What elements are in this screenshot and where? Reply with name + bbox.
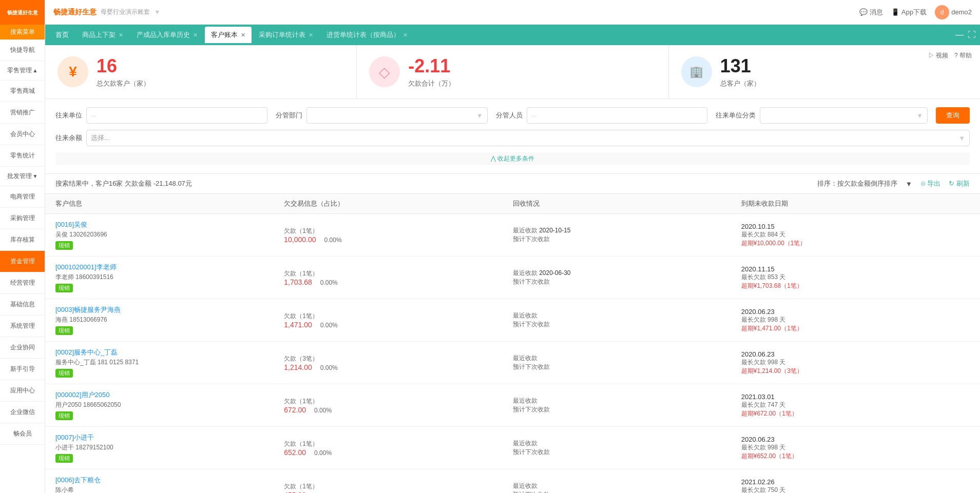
chevron-down-icon: ▼ [906, 180, 912, 188]
customer-name-6[interactable]: [0006]去下粮仓 [55, 476, 101, 484]
manager-label: 分管人员 [496, 111, 523, 120]
stat-value-debt-customers: 16 [97, 55, 344, 77]
sidebar-item-inventory[interactable]: 库存核算 [0, 229, 45, 251]
sidebar-item-finance[interactable]: 资金管理 [0, 251, 45, 272]
balance-select[interactable]: 选择... ▼ [86, 130, 970, 146]
sidebar-item-member[interactable]: 畅会员 [0, 423, 45, 445]
tab-customer-account[interactable]: 客户账本 ✕ [205, 27, 252, 43]
sidebar-item-marketing[interactable]: 营销推广 [0, 102, 45, 124]
tab-close-icon[interactable]: ✕ [241, 32, 245, 38]
customer-info-6: [0006]去下粮仓 陈小希 现销 [55, 476, 284, 493]
help-button[interactable]: ? 帮助 [954, 51, 972, 60]
tab-close-icon[interactable]: ✕ [309, 32, 313, 38]
sort-select[interactable]: 排序：按欠款金额倒序排序 [817, 179, 897, 188]
manager-input[interactable]: ··· [527, 107, 708, 124]
table-row: [000002]用户2050 用户2050 18665062050 现销 欠款（… [45, 384, 980, 427]
sidebar-item-app-center[interactable]: 应用中心 [0, 380, 45, 402]
overdue-link-5[interactable]: 超期¥652.00（1笔） [741, 452, 970, 461]
video-help-button[interactable]: ▷ 视频 [928, 51, 948, 60]
customer-name-2[interactable]: [0003]畅捷服务尹海燕 [55, 306, 121, 313]
unit-category-select[interactable]: ▼ [760, 107, 928, 124]
dept-select[interactable]: ▼ [306, 107, 488, 124]
refresh-button[interactable]: ↻ 刷新 [949, 179, 970, 188]
stat-label-total-customers: 总客户（家） [720, 79, 968, 88]
results-text: 搜索结果中，客户16家 欠款金额 -21,148.07元 [55, 179, 192, 188]
overdue-link-0[interactable]: 超期¥10,000.00（1笔） [741, 239, 970, 248]
customer-phone-6: 陈小希 [55, 486, 284, 493]
stat-card-debt-amount: ◇ -2.11 欠款合计（万） [357, 45, 668, 98]
results-actions: 排序：按欠款金额倒序排序 ▼ ⊙ 导出 ↻ 刷新 [817, 179, 970, 188]
export-button[interactable]: ⊙ 导出 [920, 179, 941, 188]
tab-close-icon[interactable]: ✕ [119, 32, 123, 38]
customer-tag-3: 现销 [55, 369, 73, 378]
sidebar-item-quick-nav[interactable]: 快捷导航 [0, 40, 45, 61]
customer-name-0[interactable]: [0016]吴俊 [55, 221, 87, 228]
user-avatar[interactable]: d demo2 [935, 5, 972, 19]
maximize-icon[interactable]: ⛶ [968, 30, 976, 40]
sidebar-item-search-menu[interactable]: 搜索菜单 [0, 25, 45, 40]
debt-amount-5: 652.00 [284, 448, 306, 457]
building-icon: 🏢 [681, 56, 712, 87]
due-date-0: 2020.10.15 最长欠款 884 天 超期¥10,000.00（1笔） [741, 223, 970, 248]
brand-name: 畅捷通好生意 [53, 8, 97, 17]
app-download-button[interactable]: 📱 App下载 [891, 8, 927, 17]
sidebar-item-ecommerce[interactable]: 电商管理 [0, 186, 45, 208]
due-date-6: 2021.02.26 最长欠款 750 天 超期¥455.90（1笔） [741, 478, 970, 494]
message-button[interactable]: 💬 消息 [859, 8, 883, 17]
col-debt-info: 欠交易信息（占比） [284, 199, 512, 208]
sidebar: 畅捷通好生意 搜索菜单 快捷导航 零售管理 ▲ 零售商城 营销推广 会员中心 零… [0, 0, 45, 493]
customer-name-1[interactable]: [0001020001]李老师 [55, 263, 117, 271]
collapse-filters-button[interactable]: ⋀ 收起更多条件 [55, 152, 970, 165]
col-due-date: 到期未收款日期 [741, 199, 970, 208]
dept-label: 分管部门 [276, 111, 302, 120]
content-area: ¥ 16 总欠款客户（家） ◇ -2.11 欠款合计（万） [45, 45, 980, 493]
sidebar-item-operations[interactable]: 经营管理 [0, 272, 45, 294]
stat-card-total-customers: 🏢 131 总客户（家） ▷ 视频 ? 帮助 [669, 45, 980, 98]
debt-amount-1: 1,703.68 [284, 278, 312, 286]
source-unit-input[interactable]: ··· [86, 107, 267, 124]
col-collection: 回收情况 [513, 199, 741, 208]
overdue-link-3[interactable]: 超期¥1,214.00（3笔） [741, 367, 970, 376]
customer-tag-4: 现销 [55, 411, 73, 420]
overdue-link-1[interactable]: 超期¥1,703.68（1笔） [741, 282, 970, 290]
minimize-icon[interactable]: — [955, 30, 964, 40]
dots-icon: ··· [531, 112, 537, 120]
customer-info-4: [000002]用户2050 用户2050 18665062050 现销 [55, 390, 284, 420]
sidebar-item-wecom[interactable]: 企业微信 [0, 402, 45, 423]
balance-label: 往来余额 [55, 133, 82, 143]
tab-purchase-stats[interactable]: 进货单统计表（按商品） ✕ [320, 27, 414, 43]
tab-products-offline[interactable]: 商品上下架 ✕ [76, 27, 129, 43]
due-date-3: 2020.06.23 最长欠款 998 天 超期¥1,214.00（3笔） [741, 350, 970, 376]
app-logo: 畅捷通好生意 [0, 0, 45, 25]
sidebar-item-retail-mall[interactable]: 零售商城 [0, 81, 45, 102]
stats-row: ¥ 16 总欠款客户（家） ◇ -2.11 欠款合计（万） [45, 45, 980, 99]
collection-5: 最近收款 预计下次收款 [513, 439, 741, 457]
debt-info-2: 欠款（1笔） 1,471.00 0.00% [284, 312, 512, 329]
tab-home[interactable]: 首页 [49, 27, 75, 43]
tab-close-icon[interactable]: ✕ [403, 32, 408, 38]
debt-info-3: 欠款（3笔） 1,214.00 0.00% [284, 354, 512, 371]
overdue-link-2[interactable]: 超期¥1,471.00（1笔） [741, 324, 970, 333]
tab-close-icon[interactable]: ✕ [193, 32, 198, 38]
customer-name-5[interactable]: [0007]小进干 [55, 433, 94, 441]
sidebar-item-enterprise[interactable]: 企业协同 [0, 337, 45, 359]
sidebar-item-purchase-mgmt[interactable]: 采购管理 [0, 208, 45, 229]
customer-name-4[interactable]: [000002]用户2050 [55, 391, 110, 399]
overdue-link-4[interactable]: 超期¥672.00（1笔） [741, 409, 970, 418]
sidebar-item-batch-mgmt[interactable]: 批发管理 ▼ [0, 167, 45, 186]
sidebar-item-basic-info[interactable]: 基础信息 [0, 294, 45, 315]
message-icon: 💬 [859, 8, 868, 16]
brand-subtitle: 母婴行业演示账套 [101, 8, 150, 16]
sidebar-item-system[interactable]: 系统管理 [0, 315, 45, 337]
tab-purchase-order[interactable]: 采购订单统计表 ✕ [253, 27, 319, 43]
sidebar-item-retail-mgmt[interactable]: 零售管理 ▲ [0, 61, 45, 81]
filter-area: 往来单位 ··· 分管部门 ▼ 分管人员 [45, 99, 980, 174]
tab-production-history[interactable]: 产成品入库单历史 ✕ [130, 27, 204, 43]
search-button[interactable]: 查询 [936, 107, 970, 124]
sidebar-item-new-guide[interactable]: 新手引导 [0, 359, 45, 380]
table-row: [0006]去下粮仓 陈小希 现销 欠款（1笔） 455.90 0.00% 最近… [45, 469, 980, 493]
sidebar-item-member-center[interactable]: 会员中心 [0, 124, 45, 145]
sidebar-item-retail-stats[interactable]: 零售统计 [0, 145, 45, 167]
header-brand: 畅捷通好生意 母婴行业演示账套 ▼ [53, 8, 161, 17]
customer-name-3[interactable]: [0002]服务中心_丁磊 [55, 348, 118, 356]
